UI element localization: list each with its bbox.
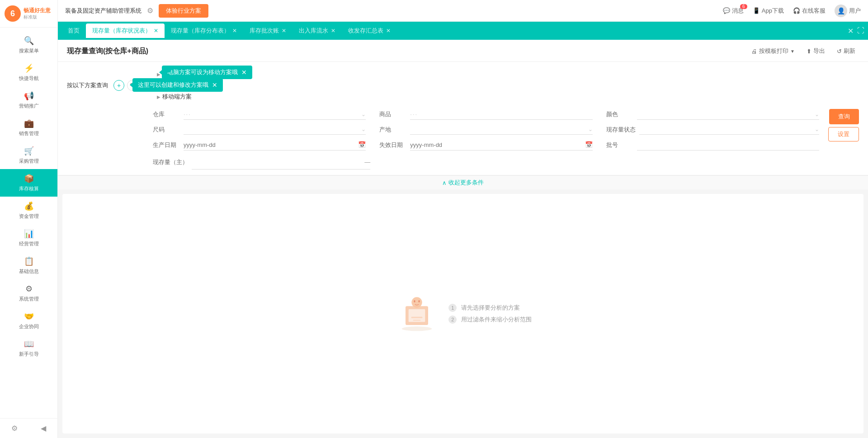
tab-close-icon[interactable]: ✕ bbox=[331, 28, 335, 33]
handshake-icon: 🤝 bbox=[24, 311, 34, 321]
collapse-sidebar-icon[interactable]: ◀ bbox=[41, 424, 46, 433]
tab-inout[interactable]: 出入库流水 ✕ bbox=[292, 24, 342, 38]
color-select[interactable]: ⌄ bbox=[637, 109, 819, 120]
sidebar-item-system[interactable]: ⚙ 系统管理 bbox=[0, 279, 57, 307]
sidebar-nav: 🔍 搜索菜单 ⚡ 快捷导航 📢 营销推广 💼 销售管理 🛒 采购管理 📦 库存核… bbox=[0, 28, 57, 418]
refresh-icon: ↺ bbox=[837, 48, 842, 55]
tab-inventory-dist[interactable]: 现存量（库存分布表） ✕ bbox=[165, 24, 243, 38]
empty-illustration bbox=[394, 291, 439, 336]
industry-btn[interactable]: 体验行业方案 bbox=[159, 4, 208, 18]
settings-bottom-icon[interactable]: ⚙ bbox=[11, 424, 18, 433]
sidebar-item-label: 销售管理 bbox=[19, 130, 39, 137]
search-icon: 🔍 bbox=[24, 36, 34, 46]
expiry-date-input[interactable] bbox=[410, 141, 585, 148]
reset-btn[interactable]: 设置 bbox=[828, 127, 859, 141]
sidebar-item-sales[interactable]: 💼 销售管理 bbox=[0, 114, 57, 141]
tab-home[interactable]: 首页 bbox=[61, 24, 86, 38]
sidebar-item-finance[interactable]: 💰 资金管理 bbox=[0, 197, 57, 224]
expiry-date-label: 失效日期 bbox=[379, 141, 406, 149]
stock-main-field: 现存量（主） — bbox=[153, 155, 370, 170]
page-header: 现存量查询(按仓库+商品) 🖨 按模板打印 ▼ ⬆ 导出 ↺ 刷新 bbox=[58, 40, 868, 62]
scheme-tooltip-text: 电脑方案可设为移动方案哦 bbox=[167, 68, 238, 76]
warehouse-field: 仓库 ··· ⌄ bbox=[153, 109, 366, 120]
search-btn[interactable]: 查询 bbox=[829, 109, 859, 124]
scheme-tooltip-close[interactable]: ✕ bbox=[241, 69, 247, 76]
export-btn[interactable]: ⬆ 导出 bbox=[803, 45, 829, 57]
production-date-input[interactable] bbox=[184, 141, 358, 148]
sidebar-item-label: 经营管理 bbox=[19, 240, 39, 247]
online-service-label: 在线客服 bbox=[802, 7, 826, 15]
sidebar-item-marketing[interactable]: 📢 营销推广 bbox=[0, 86, 57, 114]
range-sep: — bbox=[364, 159, 370, 165]
collapse-btn[interactable]: ∧ 收起更多条件 bbox=[442, 179, 484, 187]
calendar-icon[interactable]: 📅 bbox=[585, 141, 593, 148]
sidebar-logo: 6 畅通好生意 标准版 bbox=[0, 0, 57, 28]
batch-input[interactable] bbox=[637, 140, 819, 151]
sidebar-bottom: ⚙ ◀ bbox=[0, 418, 57, 438]
filter-area: 按以下方案查询 + ✎ « ▶ 电脑端方案 bbox=[58, 62, 868, 175]
maximize-icon[interactable]: ⛶ bbox=[857, 27, 864, 35]
user-label: 用户 bbox=[849, 7, 861, 15]
mobile-icon: 📱 bbox=[753, 7, 760, 14]
sidebar-item-purchase[interactable]: 🛒 采购管理 bbox=[0, 141, 57, 169]
sidebar-item-tutorial[interactable]: 📖 新手引导 bbox=[0, 334, 57, 362]
sidebar-item-basic[interactable]: 📋 基础信息 bbox=[0, 252, 57, 279]
tab-summary[interactable]: 收发存汇总表 ✕ bbox=[342, 24, 397, 38]
tab-close-icon[interactable]: ✕ bbox=[154, 28, 158, 33]
tab-batch[interactable]: 库存批次账 ✕ bbox=[243, 24, 292, 38]
size-select[interactable]: ⌄ bbox=[184, 124, 366, 135]
message-btn[interactable]: 💬 消息 6 bbox=[723, 7, 744, 15]
tab-label: 现存量（库存分布表） bbox=[171, 27, 230, 35]
close-tab-icon[interactable]: ✕ bbox=[848, 27, 854, 35]
scheme-mobile-node[interactable]: ▶ 移动端方案 bbox=[157, 92, 196, 102]
svg-point-5 bbox=[419, 300, 420, 302]
tab-label: 收发存汇总表 bbox=[348, 27, 383, 35]
sidebar-item-label: 快捷导航 bbox=[19, 75, 39, 82]
svg-rect-7 bbox=[413, 320, 421, 321]
color-label: 颜色 bbox=[606, 110, 633, 118]
tab-label: 现存量（库存状况表） bbox=[92, 27, 151, 35]
calendar-icon[interactable]: 📅 bbox=[358, 141, 366, 148]
sidebar-item-search[interactable]: 🔍 搜索菜单 bbox=[0, 31, 57, 59]
headset-icon: 🎧 bbox=[793, 7, 800, 14]
collapse-arrow: ▶ bbox=[157, 94, 160, 99]
warehouse-select[interactable]: ··· ⌄ bbox=[184, 109, 366, 120]
goods-label: 商品 bbox=[379, 110, 406, 118]
stock-status-select[interactable]: ⌄ bbox=[639, 124, 819, 135]
tab-close-icon[interactable]: ✕ bbox=[232, 28, 237, 33]
filter-label: 按以下方案查询 bbox=[67, 81, 108, 89]
scheme-tooltip: 电脑方案可设为移动方案哦 ✕ bbox=[162, 66, 252, 79]
origin-select[interactable]: ⌄ bbox=[410, 124, 592, 135]
briefcase-icon: 💼 bbox=[24, 118, 34, 128]
stock-main-label: 现存量（主） bbox=[153, 158, 188, 166]
inventory-icon: 📦 bbox=[24, 174, 34, 184]
expiry-date-field: 失效日期 📅 bbox=[379, 139, 592, 151]
goods-select[interactable]: ··· bbox=[410, 109, 592, 120]
chevron-down-icon: ⌄ bbox=[815, 126, 819, 132]
export-label: 导出 bbox=[813, 47, 825, 55]
svg-point-3 bbox=[412, 297, 422, 307]
sidebar-item-inventory[interactable]: 📦 库存核算 bbox=[0, 169, 57, 197]
tab-inventory-status[interactable]: 现存量（库存状况表） ✕ bbox=[86, 24, 165, 38]
sidebar-item-management[interactable]: 📊 经营管理 bbox=[0, 224, 57, 252]
user-btn[interactable]: 👤 用户 bbox=[835, 5, 861, 17]
svg-rect-6 bbox=[411, 317, 423, 318]
collapse-label: 收起更多条件 bbox=[448, 179, 484, 187]
svg-point-0 bbox=[402, 326, 432, 331]
megaphone-icon: 📢 bbox=[24, 91, 34, 101]
edit-tooltip-close[interactable]: ✕ bbox=[212, 81, 217, 89]
refresh-btn[interactable]: ↺ 刷新 bbox=[833, 45, 859, 57]
tab-close-icon[interactable]: ✕ bbox=[386, 28, 391, 33]
refresh-label: 刷新 bbox=[844, 47, 855, 55]
sidebar-item-quicknav[interactable]: ⚡ 快捷导航 bbox=[0, 59, 57, 86]
stock-range-from[interactable] bbox=[192, 157, 363, 167]
print-btn[interactable]: 🖨 按模板打印 ▼ bbox=[748, 45, 798, 57]
tab-home-label: 首页 bbox=[68, 27, 80, 35]
online-service-btn[interactable]: 🎧 在线客服 bbox=[793, 7, 826, 15]
sidebar-item-enterprise[interactable]: 🤝 企业协同 bbox=[0, 307, 57, 334]
sidebar-item-label: 库存核算 bbox=[19, 185, 39, 192]
settings-icon[interactable]: ⚙ bbox=[147, 6, 153, 15]
tab-close-icon[interactable]: ✕ bbox=[282, 28, 286, 33]
add-scheme-btn[interactable]: + bbox=[113, 80, 124, 91]
app-download-btn[interactable]: 📱 App下载 bbox=[753, 7, 784, 15]
